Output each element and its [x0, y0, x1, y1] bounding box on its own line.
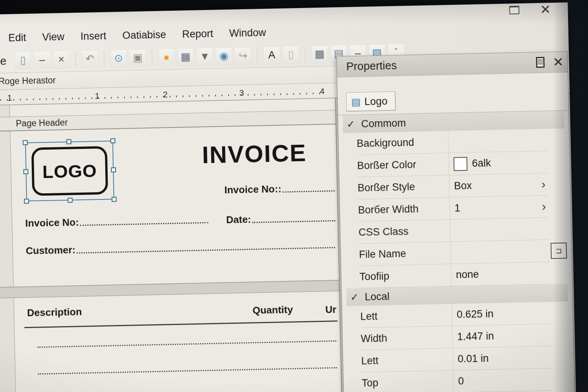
prop-value-width[interactable]: 1.447 in: [452, 324, 551, 348]
maximize-button[interactable]: [509, 5, 521, 15]
selection-handle[interactable]: [66, 139, 71, 144]
column-header-description[interactable]: Description: [27, 306, 82, 319]
selection-handle[interactable]: [24, 199, 29, 204]
selection-handle[interactable]: [110, 138, 115, 143]
swoosh-icon[interactable]: ↪: [235, 47, 251, 64]
column-header-unit[interactable]: Ur: [325, 304, 336, 316]
dotted-line: [77, 247, 335, 253]
selection-handle[interactable]: [111, 167, 116, 172]
prop-label-file-name: File Name: [359, 242, 451, 266]
dotted-line: [252, 220, 335, 223]
prop-label-top: Top: [361, 371, 454, 392]
chevron-right-icon[interactable]: ›: [541, 177, 546, 191]
prop-row-border-width: Borбer Width1›: [358, 195, 549, 221]
prop-value-text: 0.625 in: [457, 308, 494, 321]
menu-item-edit[interactable]: Edit: [8, 31, 26, 44]
prop-value-css-class[interactable]: [450, 217, 549, 241]
device-icon-glyph: ▯: [288, 49, 294, 60]
delete-icon-glyph: ×: [58, 54, 64, 65]
zoom-icon[interactable]: ⊙: [110, 50, 127, 67]
file-menu-label[interactable]: ile: [0, 54, 7, 68]
prop-value-tooltip[interactable]: none: [451, 262, 550, 286]
prop-value-background[interactable]: [448, 129, 547, 153]
prop-label-background: Backiground: [356, 131, 449, 155]
highlight-icon[interactable]: ●: [158, 49, 175, 66]
undo-icon[interactable]: ↶: [82, 51, 98, 68]
toolbar-separator: [75, 52, 76, 67]
panel-close-button[interactable]: ✕: [552, 54, 564, 70]
prop-row-file-name: File Name⊐: [359, 240, 549, 266]
image-frame-icon[interactable]: ▩: [311, 46, 328, 63]
table-icon[interactable]: ▦: [177, 48, 194, 65]
ruler-number: 1: [7, 93, 12, 103]
minus-icon-glyph: –: [39, 55, 45, 65]
date-field[interactable]: Date:: [226, 212, 335, 226]
header-underline: [24, 320, 338, 328]
invoice-no-field-left[interactable]: Invoice No:: [25, 214, 209, 229]
prop-label-border-style: Borßer Style: [358, 175, 450, 199]
close-icon: ✕: [540, 2, 551, 17]
menu-item-window[interactable]: Window: [229, 26, 266, 39]
selection-handle[interactable]: [111, 197, 116, 202]
ruler-number: 3: [239, 88, 244, 98]
device-icon[interactable]: ▯: [283, 46, 299, 64]
invoice-no-right-label: Invoice No::: [224, 183, 281, 196]
font-icon[interactable]: A: [263, 47, 280, 64]
dotted-line: [80, 222, 208, 226]
selected-object-button[interactable]: ▤ Logo: [346, 91, 396, 112]
prop-value-border-width[interactable]: 1›: [450, 195, 549, 219]
invoice-title-text[interactable]: INVOICE: [172, 138, 336, 169]
paste-icon-glyph: ▣: [133, 53, 143, 64]
detail-dotted-row[interactable]: [38, 340, 336, 348]
delete-icon[interactable]: ×: [53, 51, 70, 68]
paste-icon[interactable]: ▣: [129, 49, 146, 67]
undo-icon-glyph: ↶: [85, 54, 94, 64]
close-button[interactable]: ✕: [540, 4, 551, 15]
report-canvas[interactable]: Page Header LOGO INVOICE: [10, 98, 342, 392]
selection-handle[interactable]: [23, 169, 28, 174]
invoice-no-field-right[interactable]: Invoice No::: [224, 182, 335, 196]
browse-button[interactable]: ⊐: [550, 243, 567, 259]
chart-icon[interactable]: ◉: [216, 47, 232, 65]
ruler-number: 4: [320, 87, 325, 96]
prop-value-text: 6alk: [472, 157, 491, 170]
logo-placeholder: LOGO: [31, 146, 108, 196]
prop-value-border-style[interactable]: Box›: [449, 173, 548, 197]
prop-value-text: none: [456, 268, 479, 281]
check-icon: ✓: [350, 291, 359, 303]
minus-icon[interactable]: –: [34, 51, 51, 69]
chevron-right-icon[interactable]: ›: [542, 199, 546, 214]
funnel-icon[interactable]: ▼: [196, 48, 213, 65]
prop-label-css-class: CSS Class: [358, 220, 451, 243]
font-icon-glyph: A: [268, 50, 276, 60]
prop-value-text: 0.01 in: [457, 353, 489, 365]
prop-value-border-color[interactable]: 6alk: [449, 151, 547, 175]
logo-image-widget[interactable]: LOGO: [25, 140, 114, 201]
prop-row-border-color: Borßer Color6alk: [357, 151, 547, 177]
detail-section: Description Quantity Ur: [14, 291, 342, 392]
prop-value-top[interactable]: 0: [453, 368, 552, 392]
dock-pin-icon[interactable]: [536, 57, 545, 68]
menu-item-view[interactable]: View: [42, 31, 65, 43]
tab-page-header[interactable]: Roge Herastor: [0, 75, 56, 87]
menu-item-report[interactable]: Report: [182, 28, 213, 40]
customer-field[interactable]: Customer:: [26, 238, 335, 257]
prop-label-left: Lett: [360, 304, 452, 328]
selection-handle[interactable]: [23, 140, 28, 145]
detail-dotted-row[interactable]: [38, 367, 337, 374]
menu-item-insert[interactable]: Insert: [80, 30, 106, 42]
color-swatch[interactable]: [453, 157, 467, 171]
prop-value-left[interactable]: 0.625 in: [452, 302, 551, 325]
selection-handle[interactable]: [68, 198, 73, 203]
prop-row-border-style: Borßer StyleBox›: [358, 173, 548, 199]
column-header-quantity[interactable]: Quantity: [252, 304, 293, 317]
prop-value-left2[interactable]: 0.01 in: [453, 346, 552, 370]
report-designer-window: ✕ EditViewInsertOatiabiseReportWindow il…: [0, 2, 577, 392]
toolbar-separator: [104, 51, 105, 66]
prop-label-border-width: Borбer Width: [358, 198, 450, 221]
prop-value-file-name[interactable]: [451, 240, 549, 263]
selected-object-label: Logo: [364, 95, 388, 108]
menu-item-oatiabise[interactable]: Oatiabise: [122, 29, 166, 41]
section-label: Commom: [361, 117, 406, 130]
new-document-icon[interactable]: ▯: [15, 52, 31, 69]
